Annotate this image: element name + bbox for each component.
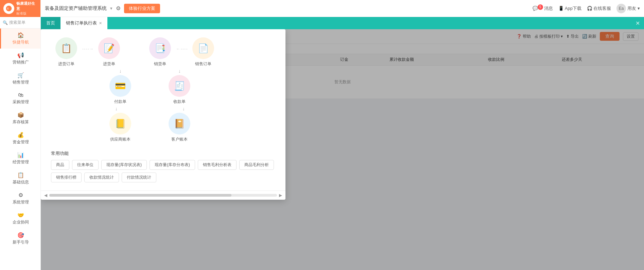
flow-node-payment[interactable]: 💳 付款单 (105, 75, 136, 105)
flow-node-receipt[interactable]: 🧾 收款单 (164, 75, 195, 105)
flow-node-sales-bill[interactable]: 📑 销货单 (145, 37, 175, 67)
topbar-actions: 💬 5 消息 📱 App下载 🎧 在线客服 Ea 用友 ▾ (533, 4, 640, 13)
settings-button[interactable]: ⚙ (116, 5, 121, 12)
inventory-icon: 📦 (17, 112, 24, 118)
sidebar-item-purchase[interactable]: 🛍 采购管理 (0, 89, 40, 108)
sidebar: 6 畅康通好生意 标准版 🔍 搜索菜单 🏠 快捷导航 📢 营销推广 🛒 销售管理… (0, 0, 41, 270)
flow-node-customer[interactable]: 📔 客户账本 (164, 113, 195, 142)
sidebar-nav: 🏠 快捷导航 📢 营销推广 🛒 销售管理 🛍 采购管理 📦 库存核算 💰 资金管… (0, 29, 40, 270)
sidebar-item-label: 基础信息 (13, 179, 29, 185)
sidebar-item-operation[interactable]: 📊 经营管理 (0, 148, 40, 168)
message-action[interactable]: 💬 5 消息 (533, 5, 553, 12)
sidebar-item-label: 销售管理 (13, 79, 29, 85)
sidebar-item-label: 新手引导 (13, 239, 29, 245)
tab-close-icon[interactable]: ✕ (99, 21, 102, 25)
sidebar-logo: 6 畅康通好生意 标准版 (0, 0, 40, 17)
message-label: 消息 (544, 5, 553, 12)
user-avatar: Ea (616, 4, 626, 13)
flow-diagram: 📋 进货订单 - - - - → 📝 进货单 (51, 37, 275, 142)
tab-sales-order[interactable]: 销售订单执行表 ✕ (60, 17, 107, 29)
message-badge: 5 (538, 4, 543, 10)
sales-order-label: 销售订单 (195, 61, 211, 67)
search-menu[interactable]: 🔍 搜索菜单 (0, 17, 40, 29)
sidebar-item-newbie[interactable]: 🎯 新手引导 (0, 229, 40, 249)
sidebar-item-label: 快捷导航 (13, 39, 29, 45)
receipt-label: 收款单 (173, 99, 186, 105)
sidebar-item-label: 企业协同 (13, 219, 29, 225)
modal-overlay[interactable]: 📋 进货订单 - - - - → 📝 进货单 (41, 29, 644, 270)
func-btn-contact[interactable]: 往来单位 (72, 160, 99, 170)
message-icon: 💬 (533, 6, 538, 11)
sales-icon: 🛒 (17, 72, 24, 78)
tab-bar-close-icon[interactable]: ✕ (631, 20, 644, 26)
basic-icon: 📋 (17, 172, 24, 178)
purchase-order-circle: 📋 (55, 37, 77, 59)
flow-node-sales-order[interactable]: 📄 销售订单 (188, 37, 219, 67)
modal-scrollbar[interactable]: ◀ ▶ (41, 191, 285, 200)
app-download-action[interactable]: 📱 App下载 (558, 5, 581, 12)
scroll-track[interactable] (49, 194, 277, 197)
system-icon: ⚙ (18, 192, 23, 198)
arrow-sb-to-so: ← - - - - (175, 47, 188, 58)
logo-text: 畅康通好生意 (16, 1, 37, 11)
svg-text:6: 6 (7, 7, 9, 10)
arrow-po-to-pb: - - - - → (82, 47, 94, 58)
svg-point-0 (6, 6, 12, 12)
logo-sub: 标准版 (16, 11, 37, 16)
flow-node-purchase-bill[interactable]: 📝 进货单 (94, 37, 124, 67)
purchase-icon: 🛍 (18, 92, 23, 98)
common-funcs-title: 常用功能 (51, 150, 275, 157)
func-btn-receipt-stats[interactable]: 收款情况统计 (84, 173, 119, 182)
payment-label: 付款单 (114, 99, 126, 105)
func-btn-sales-profit[interactable]: 销售毛利分析表 (198, 160, 237, 170)
flow-node-purchase-order[interactable]: 📋 进货订单 (51, 37, 82, 67)
sidebar-item-label: 经营管理 (13, 159, 29, 165)
sidebar-item-system[interactable]: ⚙ 系统管理 (0, 188, 40, 209)
supplier-circle: 📒 (109, 113, 131, 134)
sidebar-item-label: 采购管理 (13, 99, 29, 105)
search-icon: 🔍 (3, 20, 8, 25)
online-service-label: 在线客服 (593, 5, 611, 12)
sidebar-item-marketing[interactable]: 📢 营销推广 (0, 49, 40, 69)
modal-body: 📋 进货订单 - - - - → 📝 进货单 (41, 29, 285, 191)
content-area: 📅 单据状态 ❓ 帮助 🖨 按模板打印 ▾ ⬆ 导出 (41, 29, 644, 270)
func-btn-stock-status[interactable]: 现存量(库存状况表) (101, 160, 147, 170)
supplier-label: 供应商账本 (110, 137, 130, 142)
system-title: 装备及固定资产辅助管理系统 (45, 5, 107, 12)
search-label: 搜索菜单 (9, 20, 25, 25)
sidebar-item-enterprise[interactable]: 🤝 企业协同 (0, 209, 40, 229)
tab-home[interactable]: 首页 (41, 17, 60, 29)
tab-bar: 首页 销售订单执行表 ✕ ✕ (41, 17, 644, 29)
avatar-initials: Ea (619, 6, 624, 11)
purchase-bill-label: 进货单 (103, 61, 115, 67)
topbar: 装备及固定资产辅助管理系统 ▾ ⚙ 体验行业方案 💬 5 消息 📱 App下载 … (41, 0, 644, 17)
sidebar-item-finance[interactable]: 💰 资金管理 (0, 128, 40, 148)
sidebar-item-label: 营销推广 (13, 59, 29, 65)
scroll-right-icon[interactable]: ▶ (279, 193, 282, 198)
sidebar-item-inventory[interactable]: 📦 库存核算 (0, 108, 40, 128)
user-label: 用友 (627, 5, 636, 12)
flow-node-supplier[interactable]: 📒 供应商账本 (105, 113, 136, 142)
dropdown-icon[interactable]: ▾ (110, 6, 112, 11)
scroll-left-icon[interactable]: ◀ (44, 193, 47, 198)
customer-circle: 📔 (169, 113, 190, 134)
sidebar-item-quick-guide[interactable]: 🏠 快捷导航 (0, 29, 40, 49)
home-icon: 🏠 (17, 32, 24, 38)
finance-icon: 💰 (17, 132, 24, 138)
tab-home-label: 首页 (46, 20, 55, 26)
sales-bill-circle: 📑 (149, 37, 171, 59)
func-btn-stock-dist[interactable]: 现存量(库存分布表) (150, 160, 195, 170)
sidebar-item-sales[interactable]: 🛒 销售管理 (0, 69, 40, 89)
sidebar-item-basic[interactable]: 📋 基础信息 (0, 168, 40, 188)
receipt-circle: 🧾 (169, 75, 190, 97)
experience-btn[interactable]: 体验行业方案 (124, 4, 160, 13)
func-btn-product[interactable]: 商品 (51, 160, 69, 170)
flow-row-2: 💳 付款单 🧾 收款单 (74, 75, 195, 105)
online-service-action[interactable]: 🎧 在线客服 (587, 5, 611, 12)
sales-order-circle: 📄 (192, 37, 214, 59)
func-btn-sales-rank[interactable]: 销售排行榜 (51, 173, 82, 182)
user-area[interactable]: Ea 用友 ▾ (616, 4, 640, 13)
tab-sales-order-label: 销售订单执行表 (66, 20, 97, 26)
func-btn-payment-stats[interactable]: 付款情况统计 (122, 173, 156, 182)
func-btn-product-profit[interactable]: 商品毛利分析 (239, 160, 274, 170)
